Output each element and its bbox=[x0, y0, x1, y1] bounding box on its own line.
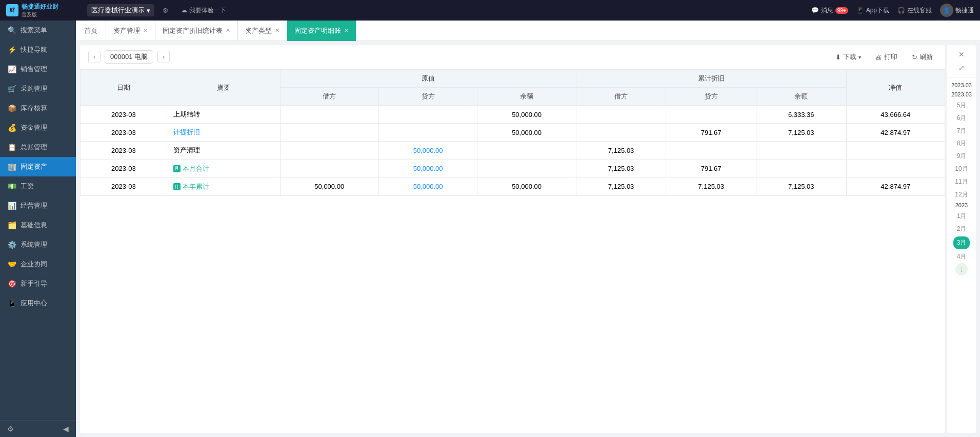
tab-asset-type[interactable]: 资产类型 ✕ bbox=[238, 21, 287, 41]
tab-home[interactable]: 首页 bbox=[76, 21, 106, 41]
refresh-label: 刷新 bbox=[919, 52, 933, 62]
tab-home-label: 首页 bbox=[84, 26, 97, 35]
timeline-month[interactable]: 3月 bbox=[953, 236, 970, 249]
cell-net-value: 42,874.97 bbox=[846, 124, 945, 142]
panel-toolbar: ‹ 000001 电脑 › ⬇ 下载 ▾ 🖨 打印 bbox=[80, 45, 945, 69]
experience-button[interactable]: ☁ 我要体验一下 bbox=[177, 5, 230, 16]
sidebar-item-basic[interactable]: 🗂️ 基础信息 bbox=[0, 215, 76, 235]
refresh-button[interactable]: ↻ 刷新 bbox=[908, 50, 937, 64]
sidebar-label-fixed: 固定资产 bbox=[21, 162, 47, 171]
cell-yz-credit: 50,000.00 bbox=[378, 142, 477, 160]
online-service-button[interactable]: 🎧 在线客服 bbox=[897, 6, 932, 15]
sidebar-footer: ⚙ ◀ bbox=[0, 420, 76, 437]
sidebar-item-salary[interactable]: 💵 工资 bbox=[0, 176, 76, 196]
panel-expand-button[interactable]: ⤢ bbox=[955, 62, 968, 74]
cell-yz-debit: 50,000.00 bbox=[280, 177, 378, 196]
footer-collapse-icon[interactable]: ◀ bbox=[63, 425, 69, 433]
timeline-month[interactable]: 7月 bbox=[955, 125, 968, 137]
sidebar-item-system[interactable]: ⚙️ 系统管理 bbox=[0, 235, 76, 254]
tab-depreciation-stats-close[interactable]: ✕ bbox=[226, 27, 230, 34]
next-asset-button[interactable]: › bbox=[157, 51, 170, 63]
message-icon: 💬 bbox=[811, 7, 819, 14]
sidebar-item-ledger[interactable]: 📋 总账管理 bbox=[0, 137, 76, 157]
cell-lj-debit: 7,125.03 bbox=[576, 142, 666, 160]
timeline-month[interactable]: 6月 bbox=[955, 112, 968, 125]
timeline-month[interactable]: 10月 bbox=[955, 163, 968, 175]
sidebar-item-quicknav[interactable]: ⚡ 快捷导航 bbox=[0, 40, 76, 59]
cell-net-value: 43,666.64 bbox=[846, 106, 945, 124]
timeline-month[interactable]: 11月 bbox=[955, 175, 968, 188]
th-summary: 摘要 bbox=[167, 70, 280, 106]
timeline-scroll-down[interactable]: ↓ bbox=[955, 263, 968, 275]
app-download-button[interactable]: 📱 App下载 bbox=[856, 6, 889, 15]
operation-icon: 📊 bbox=[7, 201, 16, 210]
print-button[interactable]: 🖨 打印 bbox=[871, 50, 902, 64]
sidebar-item-purchase[interactable]: 🛒 采购管理 bbox=[0, 79, 76, 98]
company-selector[interactable]: 医疗器械行业演示 ▾ bbox=[87, 4, 154, 16]
page-content: ‹ 000001 电脑 › ⬇ 下载 ▾ 🖨 打印 bbox=[76, 41, 980, 437]
service-icon: 🎧 bbox=[897, 7, 905, 14]
tab-asset-detail-close[interactable]: ✕ bbox=[344, 27, 349, 34]
timeline-month[interactable]: 2月 bbox=[953, 223, 970, 235]
timeline-month[interactable]: 5月 bbox=[955, 99, 968, 112]
cell-date: 2023-03 bbox=[81, 142, 167, 160]
timeline-month[interactable]: 4月 bbox=[953, 250, 970, 263]
user-profile[interactable]: 👤 畅捷通 bbox=[940, 4, 974, 17]
cell-lj-balance: 7,125.03 bbox=[756, 124, 846, 142]
inventory-icon: 📦 bbox=[7, 104, 16, 113]
sidebar-item-finance[interactable]: 💰 资金管理 bbox=[0, 118, 76, 137]
table-row: 2023-03 资产清理 50,000.00 7,125.03 bbox=[81, 142, 945, 160]
download-icon: 📱 bbox=[856, 7, 864, 14]
tab-asset-type-label: 资产类型 bbox=[245, 26, 272, 35]
finance-icon: 💰 bbox=[7, 123, 16, 132]
tab-asset-type-close[interactable]: ✕ bbox=[275, 27, 279, 34]
print-label: 打印 bbox=[884, 52, 897, 62]
sidebar-item-sales[interactable]: 📈 销售管理 bbox=[0, 59, 76, 79]
experience-label: 我要体验一下 bbox=[189, 6, 226, 15]
tab-bar: 首页 资产管理 ✕ 固定资产折旧统计表 ✕ 资产类型 ✕ 固定资产明细账 ✕ bbox=[76, 21, 980, 41]
settings-icon[interactable]: ⚙ bbox=[158, 3, 173, 17]
apps-icon: 📱 bbox=[7, 299, 16, 308]
timeline-month[interactable]: 1月 bbox=[953, 210, 970, 223]
sidebar-item-operation[interactable]: 📊 经营管理 bbox=[0, 196, 76, 215]
cloud-icon: ☁ bbox=[181, 7, 187, 14]
app-name: 畅捷通好业财 bbox=[22, 3, 58, 11]
cell-yz-credit bbox=[378, 124, 477, 142]
cell-lj-debit bbox=[576, 124, 666, 142]
sidebar-item-search[interactable]: 🔍 搜索菜单 bbox=[0, 21, 76, 40]
table-row: 2023-03 月本年累计 50,000.00 50,000.00 50,000… bbox=[81, 177, 945, 196]
tab-asset-mgmt-label: 资产管理 bbox=[113, 26, 140, 35]
download-button[interactable]: ⬇ 下载 ▾ bbox=[831, 50, 865, 64]
timeline-month[interactable]: 12月 bbox=[955, 188, 968, 201]
cell-yz-debit bbox=[280, 124, 378, 142]
sidebar-item-guide[interactable]: 🎯 新手引导 bbox=[0, 274, 76, 293]
sidebar-item-apps[interactable]: 📱 应用中心 bbox=[0, 293, 76, 313]
tab-depreciation-stats[interactable]: 固定资产折旧统计表 ✕ bbox=[155, 21, 238, 41]
ledger-icon: 📋 bbox=[7, 143, 16, 152]
sidebar-label-finance: 资金管理 bbox=[21, 123, 47, 132]
message-button[interactable]: 💬 消息 99+ bbox=[811, 6, 848, 15]
th-yz-debit: 借方 bbox=[280, 88, 378, 106]
asset-detail-table: 日期 摘要 原值 累计折旧 净值 借方 贷方 余额 借方 bbox=[80, 69, 945, 196]
panel-close-button[interactable]: ✕ bbox=[955, 48, 968, 61]
footer-settings-icon[interactable]: ⚙ bbox=[7, 425, 14, 433]
timeline-month[interactable]: 8月 bbox=[955, 137, 968, 150]
cell-summary: 上期结转 bbox=[167, 106, 280, 124]
cell-yz-balance: 50,000.00 bbox=[477, 177, 576, 196]
cell-yz-balance bbox=[477, 160, 576, 178]
sidebar-item-inventory[interactable]: 📦 库存核算 bbox=[0, 98, 76, 118]
timeline-month[interactable]: 9月 bbox=[955, 150, 968, 163]
tab-asset-mgmt[interactable]: 资产管理 ✕ bbox=[106, 21, 155, 41]
content-area: 首页 资产管理 ✕ 固定资产折旧统计表 ✕ 资产类型 ✕ 固定资产明细账 ✕ bbox=[76, 21, 980, 437]
fixed-icon: 🏢 bbox=[7, 162, 16, 171]
sidebar-item-collab[interactable]: 🤝 企业协同 bbox=[0, 254, 76, 274]
prev-asset-button[interactable]: ‹ bbox=[88, 51, 101, 63]
right-panel: ✕ ⤢ 2023.03 2023.03 5月6月7月8月9月10月11月12月 … bbox=[947, 45, 976, 433]
logo: 财 畅捷通好业财 普及版 bbox=[6, 3, 82, 18]
tab-asset-detail[interactable]: 固定资产明细账 ✕ bbox=[287, 21, 356, 41]
refresh-icon: ↻ bbox=[912, 53, 917, 61]
sidebar-scroll: 🔍 搜索菜单 ⚡ 快捷导航 📈 销售管理 🛒 采购管理 📦 库存核算 💰 bbox=[0, 21, 76, 420]
sidebar-item-fixed[interactable]: 🏢 固定资产 bbox=[0, 157, 76, 176]
tab-asset-mgmt-close[interactable]: ✕ bbox=[143, 27, 148, 34]
th-original-value: 原值 bbox=[280, 70, 576, 88]
